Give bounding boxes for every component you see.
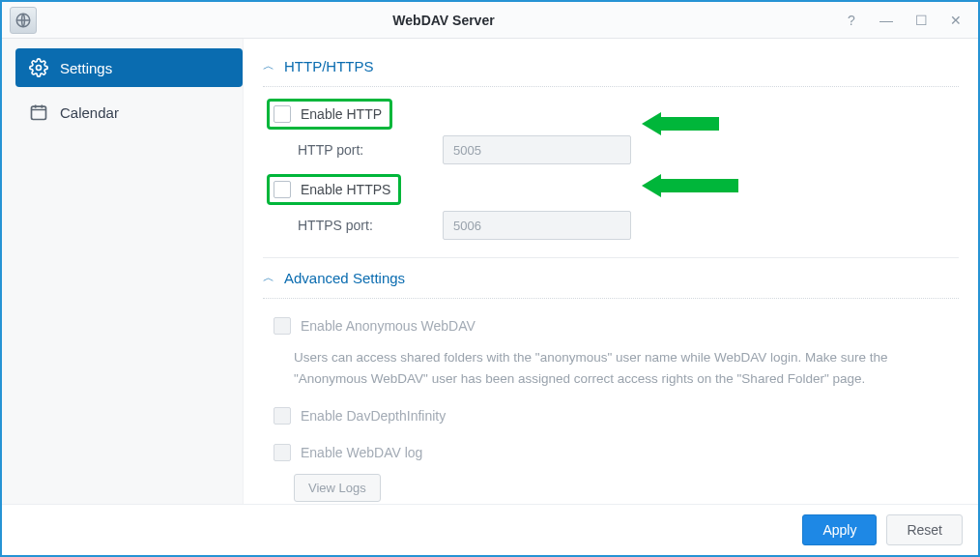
enable-https-label: Enable HTTPS — [301, 182, 390, 197]
apply-button[interactable]: Apply — [802, 514, 877, 545]
enable-anonymous-checkbox — [274, 317, 291, 335]
window-close-icon[interactable]: ✕ — [945, 10, 966, 31]
chevron-up-icon: ︿ — [263, 58, 274, 74]
content-panel: ︿ HTTP/HTTPS Enable HTTP HTTP port: Enab… — [244, 39, 978, 504]
view-logs-button[interactable]: View Logs — [294, 474, 381, 502]
app-window: WebDAV Server ? — ☐ ✕ Settings Calendar — [0, 0, 980, 557]
window-maximize-icon[interactable]: ☐ — [910, 10, 932, 31]
sidebar: Settings Calendar — [2, 39, 244, 504]
section-header-http[interactable]: ︿ HTTP/HTTPS — [263, 52, 959, 80]
https-port-input[interactable] — [443, 211, 631, 240]
titlebar: WebDAV Server ? — ☐ ✕ — [2, 2, 978, 39]
svg-rect-2 — [32, 106, 46, 119]
divider — [263, 298, 959, 299]
https-port-label: HTTPS port: — [298, 218, 443, 233]
sidebar-item-calendar[interactable]: Calendar — [15, 93, 243, 132]
section-title: Advanced Settings — [284, 270, 405, 286]
enable-log-checkbox — [274, 444, 291, 461]
annotation-arrow-icon — [642, 112, 719, 135]
annotation-arrow-icon — [642, 174, 738, 197]
enable-https-checkbox[interactable] — [274, 181, 291, 198]
divider — [263, 86, 959, 87]
section-title: HTTP/HTTPS — [284, 58, 374, 74]
enable-log-label: Enable WebDAV log — [301, 445, 422, 460]
http-port-label: HTTP port: — [298, 142, 443, 158]
enable-http-checkbox[interactable] — [274, 105, 291, 123]
enable-anonymous-label: Enable Anonymous WebDAV — [301, 318, 476, 334]
footer: Apply Reset — [2, 504, 978, 555]
sidebar-item-settings[interactable]: Settings — [15, 48, 243, 87]
enable-http-row: Enable HTTP — [267, 99, 392, 130]
sidebar-item-label: Settings — [60, 60, 112, 76]
anonymous-description: Users can access shared folders with the… — [294, 347, 959, 389]
app-icon — [10, 7, 37, 34]
http-port-input[interactable] — [443, 135, 631, 164]
svg-point-1 — [37, 66, 42, 71]
reset-button[interactable]: Reset — [886, 514, 963, 545]
divider — [263, 257, 959, 258]
window-minimize-icon[interactable]: — — [876, 10, 897, 31]
section-header-advanced[interactable]: ︿ Advanced Settings — [263, 264, 959, 292]
enable-depth-checkbox — [274, 407, 291, 425]
enable-https-row: Enable HTTPS — [267, 174, 401, 205]
sidebar-item-label: Calendar — [60, 104, 119, 121]
chevron-up-icon: ︿ — [263, 270, 274, 286]
enable-http-label: Enable HTTP — [301, 106, 382, 122]
window-help-icon[interactable]: ? — [841, 10, 862, 31]
window-body: Settings Calendar ︿ HTTP/HTTPS Enable HT… — [2, 39, 978, 504]
calendar-icon — [29, 103, 48, 122]
enable-depth-label: Enable DavDepthInfinity — [301, 408, 446, 424]
window-title: WebDAV Server — [46, 13, 841, 28]
gear-icon — [29, 58, 48, 77]
